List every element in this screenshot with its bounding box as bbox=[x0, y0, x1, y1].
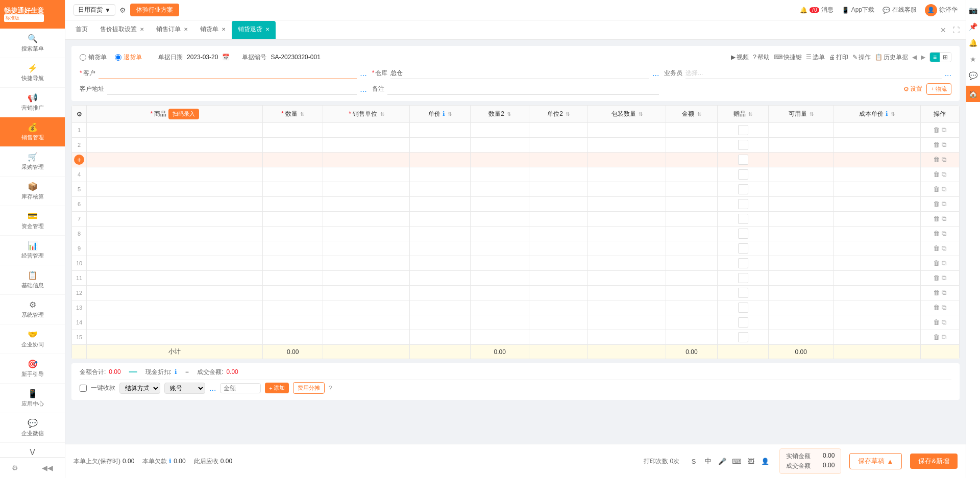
qty-cell[interactable] bbox=[263, 153, 323, 167]
tab-close-icon[interactable]: ✕ bbox=[184, 27, 188, 32]
save-draft-button[interactable]: 保存草稿 ▲ bbox=[849, 453, 902, 469]
delete-row-icon[interactable]: 🗑 bbox=[933, 170, 940, 179]
price-cell[interactable] bbox=[410, 123, 471, 138]
cost-info-icon[interactable]: ℹ bbox=[886, 110, 888, 117]
header-settings-icon[interactable]: ⚙ bbox=[119, 6, 126, 14]
address-input[interactable] bbox=[107, 83, 357, 95]
sidebar-item-inventory[interactable]: 📦 库存核算 bbox=[0, 177, 65, 206]
pkg-cell[interactable] bbox=[588, 138, 666, 153]
remark-input[interactable] bbox=[387, 83, 659, 95]
cost-sort-icon[interactable]: ⇅ bbox=[891, 111, 895, 117]
sidebar-item-search[interactable]: 🔍 搜索菜单 bbox=[0, 29, 65, 58]
pkg-cell[interactable] bbox=[588, 153, 666, 167]
salesperson-input[interactable] bbox=[685, 67, 941, 79]
sidebar-item-vip[interactable]: V 畅会员 bbox=[0, 443, 65, 457]
list-view-btn[interactable]: ≡ bbox=[930, 53, 940, 62]
unit2-cell[interactable] bbox=[529, 153, 588, 167]
account-select[interactable]: 账号 bbox=[164, 383, 205, 394]
product-cell[interactable] bbox=[87, 138, 263, 153]
right-panel-pin-icon[interactable]: 📌 bbox=[967, 20, 979, 33]
delete-row-icon[interactable]: 🗑 bbox=[933, 274, 940, 282]
delete-row-icon[interactable]: 🗑 bbox=[933, 200, 940, 208]
add-row-button[interactable]: + bbox=[74, 155, 84, 165]
qty2-cell[interactable] bbox=[471, 153, 529, 167]
product-cell[interactable] bbox=[87, 123, 263, 138]
doc-action-help[interactable]: ? 帮助 bbox=[753, 53, 770, 62]
gift-cell[interactable] bbox=[717, 153, 769, 167]
add-button[interactable]: + 添加 bbox=[265, 383, 288, 393]
doc-action-video[interactable]: ▶ 视频 bbox=[731, 53, 749, 62]
copy-row-icon[interactable]: ⧉ bbox=[942, 185, 946, 193]
radio-return-input[interactable] bbox=[115, 54, 121, 61]
copy-row-icon[interactable]: ⧉ bbox=[942, 230, 946, 238]
amount-cell[interactable] bbox=[666, 138, 718, 153]
sidebar-item-finance[interactable]: 💳 资金管理 bbox=[0, 206, 65, 236]
delete-row-icon[interactable]: 🗑 bbox=[933, 126, 940, 134]
salesperson-dots[interactable]: ... bbox=[945, 69, 951, 78]
sidebar-settings-icon[interactable]: ⚙ bbox=[10, 462, 20, 474]
amount-sort-icon[interactable]: ⇅ bbox=[697, 111, 701, 117]
sidebar-item-shortcut[interactable]: ⚡ 快捷导航 bbox=[0, 58, 65, 88]
gift-cell[interactable] bbox=[717, 138, 769, 153]
product-cell[interactable] bbox=[87, 153, 263, 167]
right-panel-home-icon[interactable]: 🏠 bbox=[966, 86, 980, 102]
gift-checkbox[interactable] bbox=[738, 184, 748, 194]
qty-sort-icon[interactable]: ⇅ bbox=[300, 111, 304, 117]
warehouse-input[interactable] bbox=[390, 67, 649, 79]
unit2-cell[interactable] bbox=[529, 123, 588, 138]
tab-close-icon[interactable]: ✕ bbox=[140, 27, 144, 32]
gift-sort-icon[interactable]: ⇅ bbox=[748, 111, 752, 117]
available-cell[interactable] bbox=[769, 123, 834, 138]
sidebar-item-appstore[interactable]: 📱 应用中心 bbox=[0, 384, 65, 413]
copy-row-icon[interactable]: ⧉ bbox=[942, 141, 946, 149]
tab-home[interactable]: 首页 bbox=[69, 21, 94, 39]
gift-checkbox[interactable] bbox=[738, 155, 748, 165]
available-sort-icon[interactable]: ⇅ bbox=[810, 111, 814, 117]
delete-row-icon[interactable]: 🗑 bbox=[933, 289, 940, 297]
qty-cell[interactable] bbox=[263, 123, 323, 138]
tab-price-settings[interactable]: 售价提取设置 ✕ bbox=[94, 21, 150, 39]
copy-row-icon[interactable]: ⧉ bbox=[942, 170, 946, 179]
unit-cell[interactable] bbox=[323, 123, 410, 138]
tool-zh-icon[interactable]: 中 bbox=[702, 455, 714, 467]
sidebar-item-operations[interactable]: 📊 经营管理 bbox=[0, 236, 65, 265]
unit2-sort-icon[interactable]: ⇅ bbox=[566, 111, 570, 117]
logistics-button[interactable]: + 物流 bbox=[926, 83, 951, 95]
delete-row-icon[interactable]: 🗑 bbox=[933, 215, 940, 223]
tool-person-icon[interactable]: 👤 bbox=[759, 455, 771, 467]
doc-action-ops[interactable]: ✎ 操作 bbox=[852, 53, 871, 62]
cost-cell[interactable] bbox=[834, 138, 921, 153]
grid-view-btn[interactable]: ⊞ bbox=[940, 53, 951, 62]
copy-row-icon[interactable]: ⧉ bbox=[942, 215, 946, 223]
fee-help-icon[interactable]: ? bbox=[329, 385, 332, 392]
gift-checkbox[interactable] bbox=[738, 199, 748, 209]
gift-checkbox[interactable] bbox=[738, 243, 748, 254]
copy-row-icon[interactable]: ⧉ bbox=[942, 244, 946, 253]
doc-action-select[interactable]: ☰ 选单 bbox=[806, 53, 825, 62]
copy-row-icon[interactable]: ⧉ bbox=[942, 274, 946, 282]
qty2-cell[interactable] bbox=[471, 123, 529, 138]
tab-sales-order[interactable]: 销售订单 ✕ bbox=[150, 21, 194, 39]
notification-bell[interactable]: 🔔 70 消息 bbox=[800, 6, 834, 14]
app-download-link[interactable]: 📱 App下载 bbox=[842, 6, 874, 14]
available-cell[interactable] bbox=[769, 153, 834, 167]
next-doc-icon[interactable]: ▶ bbox=[921, 54, 925, 61]
tab-sales-delivery[interactable]: 销货单 ✕ bbox=[194, 21, 232, 39]
qty-cell[interactable] bbox=[263, 138, 323, 153]
customer-dots[interactable]: ... bbox=[360, 69, 366, 78]
gift-checkbox[interactable] bbox=[738, 332, 748, 342]
address-dots[interactable]: ... bbox=[360, 85, 366, 94]
warehouse-dots[interactable]: ... bbox=[652, 69, 659, 78]
tool-kb-icon[interactable]: ⌨ bbox=[730, 455, 743, 467]
gift-cell[interactable] bbox=[717, 123, 769, 138]
delete-row-icon[interactable]: 🗑 bbox=[933, 141, 940, 149]
col-gear[interactable]: ⚙ bbox=[72, 106, 87, 123]
qty2-cell[interactable] bbox=[471, 138, 529, 153]
sidebar-item-system[interactable]: ⚙ 系统管理 bbox=[0, 295, 65, 324]
price-cell[interactable] bbox=[410, 153, 471, 167]
customer-input[interactable] bbox=[99, 67, 357, 79]
amount-cell[interactable] bbox=[666, 153, 718, 167]
copy-row-icon[interactable]: ⧉ bbox=[942, 289, 946, 297]
discount-info-icon[interactable]: ℹ bbox=[175, 368, 177, 375]
copy-row-icon[interactable]: ⧉ bbox=[942, 126, 946, 134]
